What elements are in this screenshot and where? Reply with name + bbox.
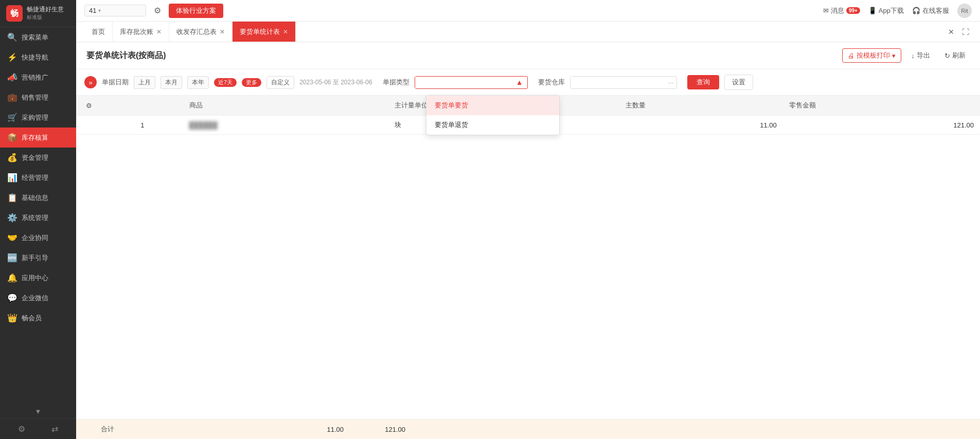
tab-label-receive-summary: 收发存汇总表 bbox=[176, 27, 217, 36]
col-goods-header: 商品 bbox=[183, 96, 389, 116]
sidebar-item-basic-info[interactable]: 📋基础信息 bbox=[0, 188, 76, 208]
footer-amount: 121.00 bbox=[350, 426, 412, 433]
sidebar-item-shortcuts[interactable]: ⚡快捷导航 bbox=[0, 47, 76, 67]
close-all-tabs-button[interactable]: ✕ bbox=[945, 26, 957, 38]
top-header: 41 ▾ ⚙ 体验行业方案 ✉ 消息 99+ 📱 App下载 🎧 在线客服 Ri… bbox=[76, 0, 980, 22]
settings-icon[interactable]: ⚙ bbox=[18, 424, 25, 434]
store-arrow-icon: ▾ bbox=[98, 8, 101, 13]
sidebar-item-guide[interactable]: 🆕新手引导 bbox=[0, 248, 76, 268]
type-dropdown-arrow-icon[interactable]: ▲ bbox=[512, 78, 527, 86]
this-year-button[interactable]: 本年 bbox=[187, 76, 209, 89]
tab-receive-summary[interactable]: 收发存汇总表 ✕ bbox=[169, 22, 233, 42]
type-input[interactable] bbox=[415, 77, 512, 88]
tab-inventory-batch[interactable]: 库存批次账 ✕ bbox=[113, 22, 169, 42]
tab-label-order-stats: 要货单统计表 bbox=[240, 27, 280, 36]
export-button[interactable]: ↓ 导出 bbox=[907, 49, 935, 62]
purchase-mgmt-icon: 🛒 bbox=[7, 113, 17, 122]
guide-icon: 🆕 bbox=[7, 253, 17, 263]
date-label: 单据日期 bbox=[102, 78, 129, 87]
sidebar-item-ops-mgmt[interactable]: 📊经营管理 bbox=[0, 168, 76, 188]
sidebar-item-finance-mgmt[interactable]: 💰资金管理 bbox=[0, 148, 76, 168]
marketing-promo-icon: 📣 bbox=[7, 72, 17, 82]
warehouse-input[interactable] bbox=[571, 77, 665, 88]
trial-button[interactable]: 体验行业方案 bbox=[169, 4, 223, 18]
print-arrow-icon: ▾ bbox=[892, 52, 896, 60]
shortcuts-icon: ⚡ bbox=[7, 52, 17, 62]
tab-order-stats[interactable]: 要货单统计表 ✕ bbox=[233, 22, 296, 42]
sidebar-item-label-shortcuts: 快捷导航 bbox=[22, 53, 48, 62]
tab-bar: 首页库存批次账 ✕收发存汇总表 ✕要货单统计表 ✕ ✕ ⛶ bbox=[76, 22, 980, 42]
messages-item[interactable]: ✉ 消息 99+ bbox=[823, 6, 860, 15]
sidebar-item-sales-mgmt[interactable]: 💼销售管理 bbox=[0, 87, 76, 107]
basic-info-icon: 📋 bbox=[7, 193, 17, 203]
enterprise-icon: 🤝 bbox=[7, 233, 17, 243]
refresh-icon: ↻ bbox=[945, 52, 950, 60]
store-name: 41 bbox=[89, 7, 96, 14]
cell-settings bbox=[76, 116, 102, 135]
sidebar-item-wechat-biz[interactable]: 💬企业微信 bbox=[0, 288, 76, 308]
sidebar-item-vip[interactable]: 👑畅会员 bbox=[0, 308, 76, 328]
sidebar-item-label-vip: 畅会员 bbox=[22, 314, 42, 323]
sidebar-nav: 🔍搜索菜单⚡快捷导航📣营销推广💼销售管理🛒采购管理📦库存核算💰资金管理📊经营管理… bbox=[0, 27, 76, 405]
sys-mgmt-icon: ⚙️ bbox=[7, 213, 17, 223]
last-month-button[interactable]: 上月 bbox=[134, 76, 155, 89]
table-footer: 合计 11.00 121.00 bbox=[76, 419, 980, 439]
dropdown-option-order-goods[interactable]: 要货单要货 bbox=[426, 96, 559, 115]
sidebar-item-app-center[interactable]: 🔔应用中心 bbox=[0, 268, 76, 288]
sidebar-item-purchase-mgmt[interactable]: 🛒采购管理 bbox=[0, 107, 76, 127]
logo-subtitle: 标准版 bbox=[27, 14, 64, 21]
dropdown-option-order-return[interactable]: 要货单退货 bbox=[426, 115, 559, 135]
sidebar-item-enterprise[interactable]: 🤝企业协同 bbox=[0, 228, 76, 248]
print-template-button[interactable]: 🖨 按模板打印 ▾ bbox=[842, 48, 901, 63]
export-label: 导出 bbox=[917, 51, 930, 60]
tab-close-inventory-batch[interactable]: ✕ bbox=[156, 28, 162, 35]
cell-goods: ██████ bbox=[183, 116, 389, 135]
inventory-icon: 📦 bbox=[7, 133, 17, 142]
app-download-label: App下载 bbox=[879, 6, 904, 15]
header-right: ✉ 消息 99+ 📱 App下载 🎧 在线客服 Rit bbox=[823, 4, 972, 18]
sidebar-item-inventory[interactable]: 📦库存核算 bbox=[0, 127, 76, 148]
cell-qty: 11.00 bbox=[619, 116, 783, 135]
sidebar-item-sys-mgmt[interactable]: ⚙️系统管理 bbox=[0, 208, 76, 228]
sidebar-item-label-finance-mgmt: 资金管理 bbox=[22, 153, 48, 162]
collapse-icon[interactable]: ⇄ bbox=[51, 424, 58, 434]
page-actions: 🖨 按模板打印 ▾ ↓ 导出 ↻ 刷新 bbox=[842, 48, 970, 63]
refresh-label: 刷新 bbox=[952, 51, 966, 60]
settings-gear-icon[interactable]: ⚙ bbox=[150, 4, 165, 18]
tab-home[interactable]: 首页 bbox=[84, 22, 113, 42]
col-settings-icon[interactable]: ⚙ bbox=[86, 102, 92, 109]
recent-7days-tag[interactable]: 近7天 bbox=[214, 78, 237, 87]
type-input-wrap: ▲ bbox=[415, 76, 528, 89]
sidebar-item-label-search: 搜索菜单 bbox=[22, 33, 48, 42]
sidebar-item-label-ops-mgmt: 经营管理 bbox=[22, 173, 48, 182]
headset-icon: 🎧 bbox=[912, 7, 920, 14]
warehouse-more-icon[interactable]: ··· bbox=[665, 79, 677, 86]
sidebar-bottom: ⚙ ⇄ bbox=[0, 418, 76, 439]
sidebar-scroll-down[interactable]: ▼ bbox=[0, 405, 76, 418]
sidebar-item-label-sys-mgmt: 系统管理 bbox=[22, 213, 48, 223]
sidebar-item-label-wechat-biz: 企业微信 bbox=[22, 294, 48, 303]
avatar[interactable]: Rit bbox=[957, 4, 972, 18]
query-button[interactable]: 查询 bbox=[687, 75, 719, 89]
tab-actions: ✕ ⛶ bbox=[945, 26, 972, 38]
expand-tabs-button[interactable]: ⛶ bbox=[959, 26, 972, 38]
messages-label: 消息 bbox=[831, 6, 844, 15]
online-service-item[interactable]: 🎧 在线客服 bbox=[912, 6, 949, 15]
more-dates-tag[interactable]: 更多 bbox=[242, 78, 261, 87]
header-left: 41 ▾ ⚙ 体验行业方案 bbox=[84, 4, 817, 18]
tab-close-receive-summary[interactable]: ✕ bbox=[220, 28, 225, 35]
refresh-button[interactable]: ↻ 刷新 bbox=[940, 49, 970, 62]
online-service-label: 在线客服 bbox=[922, 6, 949, 15]
app-center-icon: 🔔 bbox=[7, 273, 17, 283]
filter-settings-button[interactable]: 设置 bbox=[724, 75, 753, 90]
custom-date-button[interactable]: 自定义 bbox=[266, 76, 294, 89]
app-download-item[interactable]: 📱 App下载 bbox=[868, 6, 904, 15]
data-table-wrap: ⚙ 商品 主计量单位 主数量 零售金额 1 ██████ 块 11.00 121 bbox=[76, 96, 980, 419]
type-dropdown: 要货单要货要货单退货 bbox=[426, 95, 560, 135]
expand-filter-button[interactable]: » bbox=[84, 76, 97, 88]
sidebar-item-search[interactable]: 🔍搜索菜单 bbox=[0, 27, 76, 47]
sidebar-item-marketing-promo[interactable]: 📣营销推广 bbox=[0, 67, 76, 87]
this-month-button[interactable]: 本月 bbox=[161, 76, 182, 89]
store-selector[interactable]: 41 ▾ bbox=[84, 5, 146, 16]
tab-close-order-stats[interactable]: ✕ bbox=[283, 28, 288, 35]
